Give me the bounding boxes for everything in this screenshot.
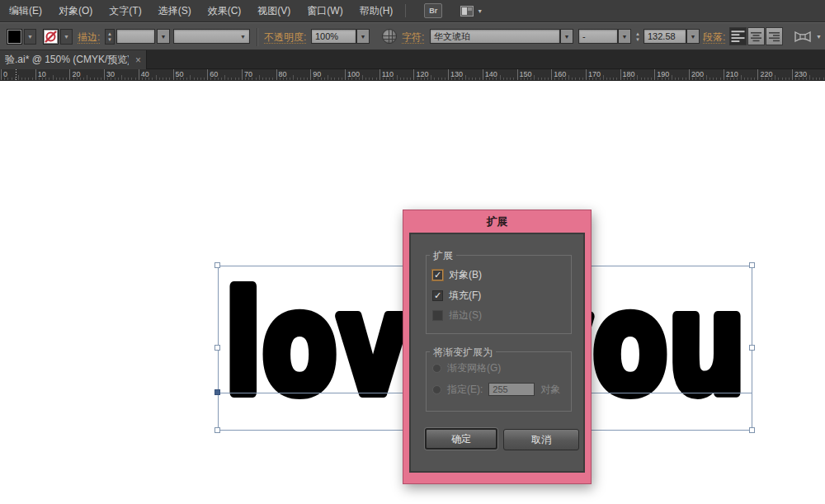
character-panel-link[interactable]: 字符:: [402, 31, 424, 44]
workspace-switcher-button[interactable]: ▼: [460, 6, 483, 16]
baseline-anchor-point[interactable]: [214, 389, 220, 395]
ruler-minor-tick: [534, 75, 535, 80]
ruler-minor-tick: [262, 78, 263, 80]
font-style-dropdown[interactable]: ▼: [618, 29, 631, 44]
object-checkbox-row[interactable]: ✓ 对象(B): [432, 269, 482, 281]
make-envelope-button[interactable]: [794, 30, 812, 47]
ruler-minor-tick: [238, 78, 239, 80]
envelope-dropdown-icon[interactable]: ▼: [816, 34, 822, 40]
object-checkbox[interactable]: ✓: [432, 270, 443, 280]
menu-view[interactable]: 视图(V): [250, 0, 298, 22]
paragraph-panel-link[interactable]: 段落:: [703, 31, 725, 44]
menu-window[interactable]: 窗口(W): [299, 0, 350, 22]
stroke-checkbox: [432, 310, 443, 321]
align-right-button[interactable]: [766, 27, 783, 45]
gradient-mesh-radio: [432, 364, 441, 373]
ruler-minor-tick: [507, 78, 507, 80]
font-size-dropdown[interactable]: ▼: [686, 29, 700, 44]
ruler-minor-tick: [362, 75, 363, 80]
opacity-dropdown[interactable]: ▼: [356, 29, 370, 44]
document-tab[interactable]: 验.ai* @ 150% (CMYK/预览) ×: [0, 50, 147, 69]
globe-icon[interactable]: [382, 29, 397, 44]
selection-handle-mid-left[interactable]: [214, 345, 220, 351]
ruler-minor-tick: [417, 78, 418, 80]
align-left-button[interactable]: [729, 27, 747, 45]
selection-handle-mid-right[interactable]: [749, 345, 755, 351]
ruler-minor-tick: [177, 78, 177, 80]
selection-handle-bottom-right[interactable]: [749, 427, 755, 433]
close-icon[interactable]: ×: [135, 55, 141, 65]
ruler-minor-tick: [328, 75, 328, 80]
font-size-stepper[interactable]: ▲ ▼: [633, 29, 643, 45]
none-slash-icon: [44, 30, 58, 44]
specify-radio: [432, 385, 441, 394]
selection-handle-top-right[interactable]: [749, 262, 755, 268]
bridge-button[interactable]: Br: [424, 3, 442, 18]
ruler-minor-tick: [224, 75, 225, 80]
fill-color-dropdown[interactable]: ▼: [24, 29, 36, 45]
stroke-weight-stepper[interactable]: ▲ ▼: [105, 29, 115, 45]
ok-button[interactable]: 确定: [425, 428, 497, 450]
ruler-minor-tick: [321, 78, 322, 80]
selection-handle-top-left[interactable]: [214, 262, 220, 268]
ruler-minor-tick: [152, 78, 153, 80]
ruler-minor-tick: [700, 78, 700, 80]
font-style-select[interactable]: -: [578, 29, 618, 44]
ruler-minor-tick: [286, 78, 287, 80]
specify-suffix-label: 对象: [540, 383, 560, 397]
align-center-button[interactable]: [747, 27, 765, 45]
ruler-minor-tick: [386, 78, 387, 80]
fill-checkbox[interactable]: ✓: [432, 290, 443, 301]
menu-object[interactable]: 对象(O): [51, 0, 100, 22]
align-right-icon: [769, 31, 780, 42]
ruler-major-tick: [792, 69, 793, 81]
width-profile-select[interactable]: [173, 29, 250, 44]
ruler-minor-tick: [741, 75, 742, 80]
menu-effect[interactable]: 效果(C): [200, 0, 249, 22]
ruler-minor-tick: [15, 78, 16, 80]
ruler-minor-tick: [630, 78, 631, 80]
ruler-minor-tick: [486, 78, 487, 80]
fill-color-swatch[interactable]: [7, 29, 22, 45]
stroke-weight-field[interactable]: [116, 29, 155, 44]
selection-handle-bottom-left[interactable]: [214, 427, 220, 433]
workspace-layout-icon: [460, 6, 474, 16]
ruler-minor-tick: [562, 78, 563, 80]
menu-type[interactable]: 文字(T): [101, 0, 148, 22]
menu-edit[interactable]: 编辑(E): [2, 0, 50, 22]
ruler-minor-tick: [592, 78, 593, 80]
opacity-field[interactable]: 100%: [311, 29, 356, 44]
dialog-title-bar[interactable]: 扩展: [403, 210, 591, 233]
ruler-minor-tick: [194, 78, 195, 80]
stroke-weight-dropdown[interactable]: ▼: [157, 29, 170, 44]
ruler-minor-tick: [66, 78, 67, 80]
menu-select[interactable]: 选择(S): [151, 0, 199, 22]
cancel-button[interactable]: 取消: [503, 429, 579, 450]
ruler-minor-tick: [342, 78, 342, 80]
ruler-minor-tick: [334, 78, 335, 80]
chevron-down-icon: ▼: [161, 34, 167, 40]
font-family-select[interactable]: 华文琥珀: [430, 29, 560, 44]
ruler-minor-tick: [451, 78, 452, 80]
ruler-minor-tick: [300, 78, 301, 80]
font-family-dropdown[interactable]: ▼: [560, 29, 573, 44]
stroke-panel-link[interactable]: 描边:: [78, 31, 100, 44]
ruler-minor-tick: [280, 78, 280, 80]
horizontal-ruler[interactable]: 0102030405060708090100110120130140150160…: [0, 69, 825, 81]
stroke-color-swatch[interactable]: [43, 29, 59, 45]
ruler-minor-tick: [180, 78, 181, 80]
ruler-minor-tick: [682, 78, 683, 80]
ruler-minor-tick: [616, 78, 617, 80]
ruler-minor-tick: [637, 75, 638, 80]
ruler-minor-tick: [53, 75, 54, 80]
fill-checkbox-row[interactable]: ✓ 填充(F): [432, 290, 481, 302]
font-size-field[interactable]: 132.58: [644, 29, 686, 44]
ruler-minor-tick: [510, 78, 511, 80]
stroke-color-dropdown[interactable]: ▼: [60, 29, 73, 45]
menu-help[interactable]: 帮助(H): [352, 0, 401, 22]
ruler-minor-tick: [166, 78, 167, 80]
ruler-minor-tick: [651, 78, 652, 80]
ruler-minor-tick: [572, 78, 573, 80]
opacity-panel-link[interactable]: 不透明度:: [264, 31, 306, 44]
ruler-major-tick: [448, 69, 449, 81]
